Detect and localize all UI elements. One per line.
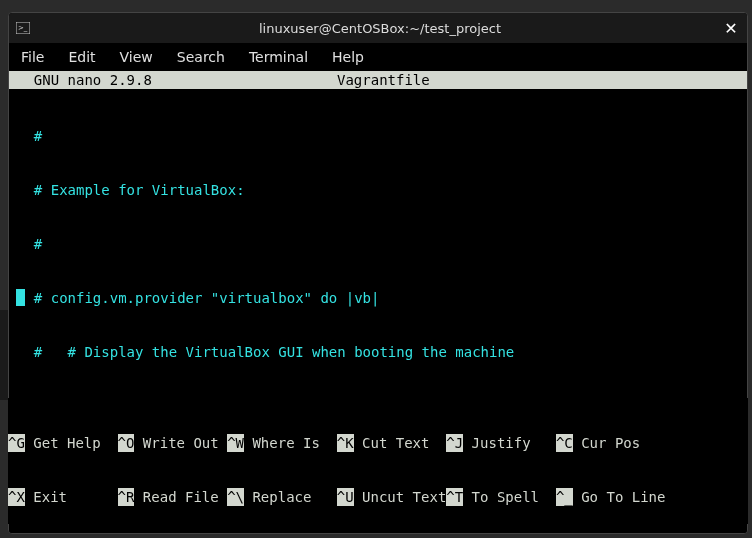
key-desc: Cut Text <box>354 434 447 452</box>
key-go-to-line: ^_ <box>556 488 573 506</box>
key-desc: Exit <box>25 488 118 506</box>
key-desc: Go To Line <box>573 488 666 506</box>
background-window-strip <box>0 310 8 400</box>
window-title: linuxuser@CentOSBox:~/test_project <box>39 21 721 36</box>
key-cut-text: ^K <box>337 434 354 452</box>
menu-edit[interactable]: Edit <box>56 45 107 69</box>
key-desc: Read File <box>134 488 227 506</box>
menu-terminal[interactable]: Terminal <box>237 45 320 69</box>
terminal-icon: >_ <box>15 20 31 36</box>
key-cur-pos: ^C <box>556 434 573 452</box>
key-get-help: ^G <box>8 434 25 452</box>
key-to-spell: ^T <box>446 488 463 506</box>
key-justify: ^J <box>446 434 463 452</box>
key-desc: Justify <box>463 434 556 452</box>
key-read-file: ^R <box>118 488 135 506</box>
footer-row-1: ^G Get Help ^O Write Out ^W Where Is ^K … <box>8 434 748 452</box>
key-uncut-text: ^U <box>337 488 354 506</box>
titlebar[interactable]: >_ linuxuser@CentOSBox:~/test_project ✕ <box>9 13 747 43</box>
editor-line: # Example for VirtualBox: <box>17 181 747 199</box>
menu-view[interactable]: View <box>108 45 165 69</box>
nano-header: GNU nano 2.9.8 Vagrantfile <box>9 71 747 89</box>
key-desc: Replace <box>244 488 337 506</box>
key-desc: Where Is <box>244 434 337 452</box>
svg-text:>_: >_ <box>18 24 28 32</box>
key-where-is: ^W <box>227 434 244 452</box>
close-button[interactable]: ✕ <box>721 18 741 38</box>
editor-line: # <box>17 127 747 145</box>
nano-footer: ^G Get Help ^O Write Out ^W Where Is ^K … <box>8 398 748 524</box>
menubar: File Edit View Search Terminal Help <box>9 43 747 71</box>
menu-file[interactable]: File <box>13 45 56 69</box>
key-desc: Write Out <box>134 434 227 452</box>
key-exit: ^X <box>8 488 25 506</box>
editor-line: # <box>17 235 747 253</box>
key-desc: Get Help <box>25 434 118 452</box>
cursor <box>16 289 25 306</box>
key-write-out: ^O <box>118 434 135 452</box>
key-desc: Uncut Text <box>354 488 447 506</box>
nano-version: GNU nano 2.9.8 <box>17 71 337 89</box>
nano-filename: Vagrantfile <box>337 71 430 89</box>
key-desc: Cur Pos <box>573 434 640 452</box>
editor-line: # config.vm.provider "virtualbox" do |vb… <box>17 289 747 307</box>
footer-row-2: ^X Exit ^R Read File ^\ Replace ^U Uncut… <box>8 488 748 506</box>
key-desc: To Spell <box>463 488 556 506</box>
menu-search[interactable]: Search <box>165 45 237 69</box>
key-replace: ^\ <box>227 488 244 506</box>
menu-help[interactable]: Help <box>320 45 376 69</box>
editor-line: # # Display the VirtualBox GUI when boot… <box>17 343 747 361</box>
